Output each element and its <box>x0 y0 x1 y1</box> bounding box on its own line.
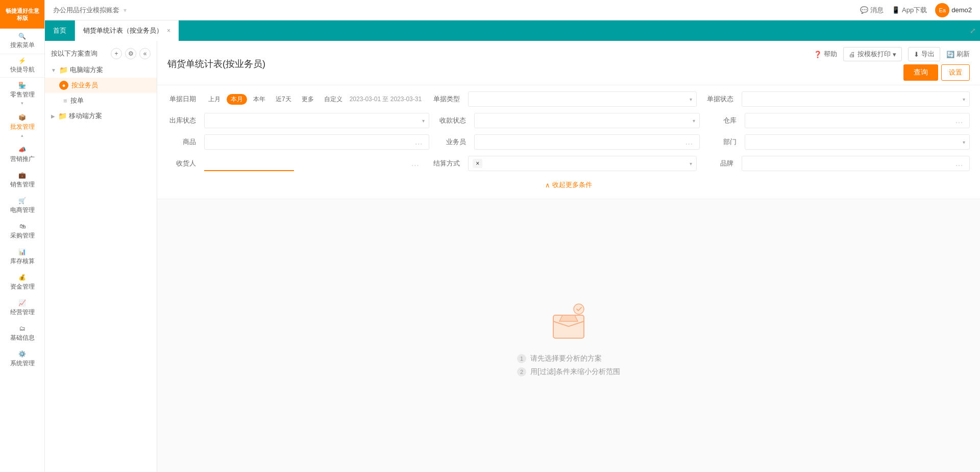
goods-label: 商品 <box>167 137 196 147</box>
payment-select[interactable]: × ▾ <box>468 156 696 171</box>
page-title-bar: 销货单统计表(按业务员) ❓ 帮助 🖨 按模板打印 ▾ ⬇ <box>157 41 980 85</box>
dept-arrow-icon: ▾ <box>963 139 965 145</box>
payment-tag-close[interactable]: × <box>476 160 479 167</box>
nav-icon: ⚡ <box>18 57 26 64</box>
message-button[interactable]: 💬 消息 <box>860 6 884 15</box>
refresh-button[interactable]: 🔄 刷新 <box>946 50 970 59</box>
query-button[interactable]: 查询 <box>903 64 938 81</box>
sidebar-item-ecommerce[interactable]: 🛒 电商管理 <box>0 193 44 219</box>
tab-active-sales[interactable]: 销货单统计表（按业务员） × <box>75 20 179 41</box>
tab-bar: 首页 销货单统计表（按业务员） × ⤢ <box>45 20 980 41</box>
tab-close-icon[interactable]: × <box>167 27 170 34</box>
collapse-label: 收起更多条件 <box>552 180 592 190</box>
chevron-up-icon: ▴ <box>21 133 23 138</box>
warehouse-dots-icon[interactable]: … <box>953 116 965 125</box>
sidebar-item-sales[interactable]: 💼 销售管理 <box>0 168 44 193</box>
tree-mobile-section[interactable]: ▶ 📁 移动端方案 <box>45 108 157 124</box>
maximize-icon[interactable]: ⤢ <box>966 27 980 35</box>
logo-subtext: 标版 <box>17 14 28 21</box>
empty-state: 1 请先选择要分析的方案 2 用[过滤]条件来缩小分析范围 <box>517 295 620 376</box>
tree-by-salesperson[interactable]: ● 按业务员 <box>45 78 157 93</box>
header-right: 💬 消息 📱 App下载 Ea demo2 <box>860 3 972 17</box>
receipt-status-select[interactable]: ▾ <box>474 113 699 128</box>
brand-dots-icon[interactable]: … <box>953 159 965 168</box>
sidebar-item-wholesale[interactable]: 📦 批发管理 ▴ <box>0 110 44 142</box>
date-tab-last-month[interactable]: 上月 <box>204 94 225 105</box>
warehouse-input[interactable]: … <box>745 113 970 128</box>
right-panel: 销货单统计表(按业务员) ❓ 帮助 🖨 按模板打印 ▾ ⬇ <box>157 41 980 472</box>
date-tab-7days[interactable]: 近7天 <box>272 94 296 105</box>
tree-by-order[interactable]: ≡ 按单 <box>45 93 157 108</box>
sidebar-item-label-inventory: 库存核算 <box>10 257 35 266</box>
sidebar-item-label-ecommerce: 电商管理 <box>10 206 35 215</box>
sidebar-item-label-basics: 基础信息 <box>10 334 35 342</box>
marketing-icon: 📣 <box>18 146 26 153</box>
collapse-chevron-icon: ∧ <box>545 181 550 189</box>
sidebar-item-basics[interactable]: 🗂 基础信息 <box>0 321 44 346</box>
sidebar-item-inventory[interactable]: 📊 库存核算 <box>0 244 44 270</box>
sidebar-item-label-marketing: 营销推广 <box>10 155 35 163</box>
collapse-icon: « <box>143 50 147 57</box>
user-profile[interactable]: Ea demo2 <box>935 3 972 17</box>
salesperson-input[interactable]: … <box>474 134 699 150</box>
date-tab-this-year[interactable]: 本年 <box>249 94 270 105</box>
dept-select[interactable]: ▾ <box>745 134 970 150</box>
tip-item-2: 2 用[过滤]条件来缩小分析范围 <box>517 367 620 376</box>
user-name: demo2 <box>951 6 972 14</box>
search-menu[interactable]: 🔍 搜索菜单 <box>0 29 44 54</box>
tab-home[interactable]: 首页 <box>45 20 75 41</box>
doc-type-select[interactable]: ▾ <box>468 91 696 107</box>
settings-button[interactable]: 设置 <box>941 64 970 81</box>
search-label: 搜索菜单 <box>10 41 35 50</box>
settings-scheme-button[interactable]: ⚙ <box>125 48 136 59</box>
basics-icon: 🗂 <box>19 325 26 332</box>
sidebar-item-label-finance: 资金管理 <box>10 282 35 291</box>
salesperson-dots-icon[interactable]: … <box>683 137 695 147</box>
date-tab-custom[interactable]: 自定义 <box>320 94 347 105</box>
tree-desktop-section[interactable]: ▼ 📁 电脑端方案 <box>45 62 157 78</box>
date-tab-this-month[interactable]: 本月 <box>227 94 247 105</box>
quick-nav[interactable]: ⚡ 快捷导航 <box>0 54 44 78</box>
filter-row-1: 单据日期 上月 本月 本年 近7天 更多 自定义 2023-03-01 至 20… <box>167 91 970 107</box>
tree-desktop-label: 电脑端方案 <box>70 65 103 75</box>
consignee-input[interactable] <box>204 156 294 171</box>
mobile-folder-icon: 📁 <box>58 112 67 120</box>
sidebar-item-operations[interactable]: 📈 经营管理 <box>0 295 44 321</box>
sidebar-item-system[interactable]: ⚙️ 系统管理 <box>0 346 44 372</box>
sidebar-logo: 畅捷通好生意 标版 <box>0 0 44 29</box>
wholesale-icon: 📦 <box>18 114 26 121</box>
export-button[interactable]: ⬇ 导出 <box>908 47 940 61</box>
sidebar-item-purchase[interactable]: 🛍 采购管理 <box>0 219 44 244</box>
help-button[interactable]: ❓ 帮助 <box>814 50 837 59</box>
goods-dots-icon[interactable]: … <box>412 137 425 147</box>
sidebar-item-finance[interactable]: 💰 资金管理 <box>0 270 44 295</box>
collapse-panel-button[interactable]: « <box>139 48 151 59</box>
add-scheme-button[interactable]: + <box>111 48 122 59</box>
export-icon: ⬇ <box>914 51 919 58</box>
active-scheme-badge: ● <box>59 81 68 90</box>
consignee-dots-icon[interactable]: … <box>409 159 421 168</box>
refresh-icon: 🔄 <box>946 51 954 58</box>
date-label: 单据日期 <box>167 95 196 104</box>
goods-input[interactable]: … <box>204 134 429 150</box>
sidebar-item-label-wholesale: 批发管理 <box>10 123 35 131</box>
collapse-filters-button[interactable]: ∧ 收起更多条件 <box>167 177 970 193</box>
help-icon: ❓ <box>814 51 822 58</box>
date-tab-more[interactable]: 更多 <box>298 94 318 105</box>
gear-icon: ⚙ <box>128 50 134 57</box>
empty-tips: 1 请先选择要分析的方案 2 用[过滤]条件来缩小分析范围 <box>517 354 620 376</box>
filter-area: 单据日期 上月 本月 本年 近7天 更多 自定义 2023-03-01 至 20… <box>157 85 980 199</box>
sidebar-item-retail[interactable]: 🏪 零售管理 ▾ <box>0 78 44 110</box>
doc-status-select[interactable]: ▾ <box>742 91 970 107</box>
sidebar-item-marketing[interactable]: 📣 营销推广 <box>0 142 44 168</box>
print-button[interactable]: 🖨 按模板打印 ▾ <box>843 47 902 61</box>
retail-icon: 🏪 <box>18 82 26 89</box>
sidebar-item-label-purchase: 采购管理 <box>10 231 35 240</box>
app-download-button[interactable]: 📱 App下载 <box>892 6 927 15</box>
out-status-select[interactable]: ▾ <box>204 113 429 128</box>
page-title-actions: ❓ 帮助 🖨 按模板打印 ▾ ⬇ 导出 🔄 <box>814 47 970 61</box>
nav-label: 快捷导航 <box>10 65 35 74</box>
left-panel-header: 按以下方案查询 + ⚙ « <box>45 45 157 62</box>
doc-status-arrow-icon: ▾ <box>963 97 965 102</box>
brand-input[interactable]: … <box>742 156 970 171</box>
